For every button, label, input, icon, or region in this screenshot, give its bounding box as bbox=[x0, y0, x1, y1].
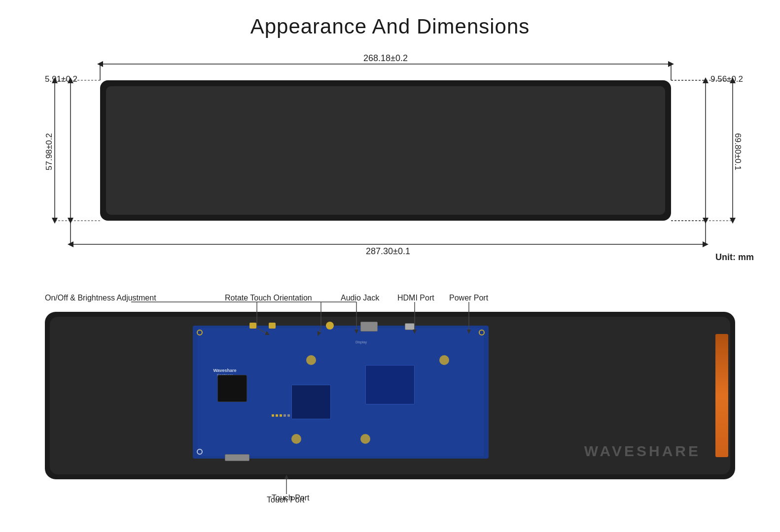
unit-label: Unit: mm bbox=[715, 252, 754, 262]
touch-port-label: Touch Port bbox=[267, 496, 305, 504]
rotate-touch-label: Rotate Touch Orientation bbox=[225, 294, 312, 302]
device-top-view bbox=[100, 80, 671, 221]
svg-line-21 bbox=[257, 328, 268, 334]
power-port-label: Power Port bbox=[449, 294, 489, 302]
top-left-offset-label: 5.91±0.2 bbox=[45, 74, 77, 84]
audio-jack-label: Audio Jack bbox=[341, 294, 380, 302]
hdmi-port-label: HDMI Port bbox=[397, 294, 434, 302]
port-annotations-svg: On/Off & Brightness Adjustment Rotate To… bbox=[45, 275, 735, 506]
right-height-label: 69.80±0.1 bbox=[733, 133, 743, 170]
top-width-label: 268.18±0.2 bbox=[363, 53, 408, 63]
bottom-diagram: On/Off & Brightness Adjustment Rotate To… bbox=[45, 275, 735, 506]
bottom-width-label: 287.30±0.1 bbox=[366, 246, 410, 256]
onoff-label: On/Off & Brightness Adjustment bbox=[45, 294, 156, 302]
svg-line-23 bbox=[319, 328, 321, 334]
top-right-offset-label: 9.56±0.2 bbox=[710, 74, 743, 84]
dimension-diagram: 268.18±0.2 5.91±0.2 9.56±0.2 57.98±0.2 bbox=[45, 53, 735, 265]
page-title: Appearance And Dimensions bbox=[20, 15, 760, 38]
left-height-label: 57.98±0.2 bbox=[44, 133, 54, 170]
